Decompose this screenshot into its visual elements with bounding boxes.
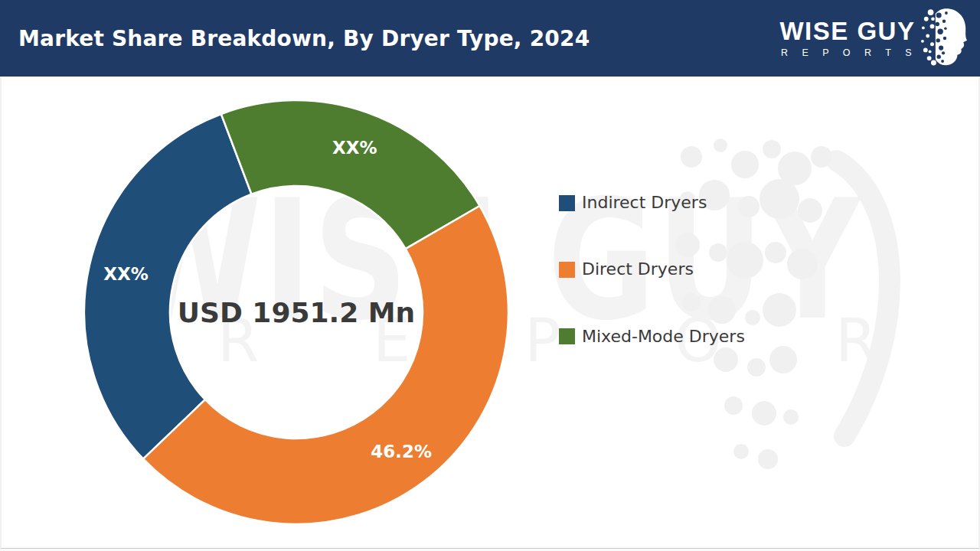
- legend-swatch-mixed-mode: [559, 328, 575, 344]
- logo-subtitle: R E P O R T S: [778, 47, 917, 58]
- wise-guy-logo: WISE GUY R E P O R T S: [778, 5, 968, 71]
- legend-item-mixed-mode-dryers: Mixed-Mode Dryers: [559, 327, 745, 347]
- donut-chart: XX%XX%46.2% USD 1951.2 Mn: [82, 98, 511, 527]
- logo-text: WISE GUY R E P O R T S: [778, 18, 917, 58]
- legend-label: Mixed-Mode Dryers: [582, 327, 745, 347]
- legend-label: Indirect Dryers: [582, 193, 707, 213]
- legend-item-indirect-dryers: Indirect Dryers: [559, 193, 745, 213]
- legend-label: Direct Dryers: [582, 259, 694, 279]
- legend-item-direct-dryers: Direct Dryers: [559, 259, 745, 279]
- legend-swatch-direct: [559, 262, 575, 278]
- page-title: Market Share Breakdown, By Dryer Type, 2…: [18, 26, 590, 51]
- logo-wordmark: WISE GUY: [779, 18, 915, 45]
- header-bar: Market Share Breakdown, By Dryer Type, 2…: [0, 0, 980, 77]
- chart-canvas: WISE GUY R E P O R T S: [0, 77, 980, 549]
- chart-center-value: USD 1951.2 Mn: [82, 98, 511, 527]
- legend-swatch-indirect: [559, 195, 575, 211]
- slide: Market Share Breakdown, By Dryer Type, 2…: [0, 0, 980, 551]
- chart-legend: Indirect Dryers Direct Dryers Mixed-Mode…: [559, 193, 745, 347]
- logo-head-icon: [920, 5, 968, 71]
